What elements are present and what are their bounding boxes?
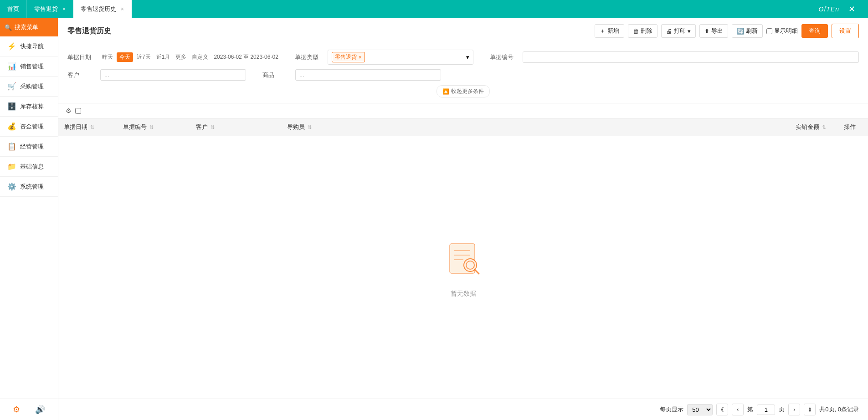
- shortcut-custom[interactable]: 自定义: [190, 52, 210, 62]
- col-header-order-no[interactable]: 单据编号 ⇅: [118, 118, 190, 136]
- sidebar-item-quick-nav-label: 快捷导航: [20, 42, 44, 51]
- col-amount-sort-icon: ⇅: [822, 124, 826, 130]
- bill-type-label: 单据类型: [295, 53, 320, 61]
- sidebar-item-basic-info-label: 基础信息: [20, 163, 44, 171]
- quick-nav-icon: ⚡: [7, 42, 16, 51]
- bill-no-input[interactable]: [523, 51, 859, 63]
- tab-retail-return[interactable]: 零售退货 ×: [27, 0, 73, 18]
- shortcut-7days[interactable]: 近7天: [135, 52, 153, 62]
- setting-button[interactable]: 设置: [832, 24, 859, 38]
- main-layout: 🔍 搜索菜单 ⚡ 快捷导航 📊 销售管理 🛒 采购管理 🗄️ 库存核算 💰 资金…: [0, 18, 868, 420]
- tab-bar: 首页 零售退货 × 零售退货历史 ×: [0, 0, 819, 18]
- table-header-row: 单据日期 ⇅ 单据编号 ⇅ 客户 ⇅ 导购员 ⇅: [58, 118, 868, 136]
- page-next-button[interactable]: ›: [788, 404, 800, 415]
- customer-label: 客户: [67, 71, 93, 79]
- print-button[interactable]: 🖨 打印 ▾: [661, 24, 696, 38]
- collapse-label: 收起更多条件: [451, 87, 484, 95]
- export-icon: ⬆: [704, 28, 709, 35]
- tab-retail-return-history-close[interactable]: ×: [121, 6, 124, 12]
- tab-retail-return-history[interactable]: 零售退货历史 ×: [73, 0, 132, 18]
- col-guide-label: 导购员: [287, 123, 305, 130]
- sidebar-item-system-mgmt-label: 系统管理: [20, 183, 44, 191]
- bill-type-tag-close[interactable]: ×: [359, 54, 362, 61]
- sidebar-item-sales-mgmt[interactable]: 📊 销售管理: [0, 56, 58, 77]
- settings-bottom-icon[interactable]: ⚙: [13, 405, 20, 415]
- goods-input[interactable]: ...: [295, 69, 441, 81]
- show-detail-checkbox[interactable]: 显示明细: [766, 27, 798, 35]
- sidebar-item-purchase-mgmt-label: 采购管理: [20, 82, 44, 91]
- shortcut-today[interactable]: 今天: [117, 52, 133, 62]
- window-close-button[interactable]: ✕: [843, 4, 861, 14]
- sidebar-search[interactable]: 🔍 搜索菜单: [0, 18, 58, 36]
- sidebar-item-basic-info[interactable]: 📁 基础信息: [0, 157, 58, 177]
- date-filter-label: 单据日期: [67, 53, 93, 61]
- sidebar-item-quick-nav[interactable]: ⚡ 快捷导航: [0, 36, 58, 56]
- page-first-button[interactable]: ⟪: [716, 404, 728, 415]
- collapse-up-icon: 🔼: [442, 88, 449, 95]
- tab-home[interactable]: 首页: [0, 0, 27, 18]
- bill-type-tag-value: 零售退货: [335, 53, 357, 61]
- tab-retail-return-history-label: 零售退货历史: [81, 5, 116, 13]
- sidebar-item-system-mgmt[interactable]: ⚙️ 系统管理: [0, 177, 58, 197]
- basic-info-icon: 📁: [7, 162, 16, 171]
- customer-input[interactable]: ...: [100, 69, 246, 81]
- page-size-select[interactable]: 50 20 100: [687, 404, 713, 415]
- col-amount-label: 实销金额: [796, 123, 819, 130]
- collapse-row: 🔼 收起更多条件: [67, 85, 859, 97]
- show-detail-label: 显示明细: [774, 27, 798, 35]
- header-actions: ＋ 新增 🗑 删除 🖨 打印 ▾ ⬆ 导出 🔄 刷: [595, 24, 859, 38]
- print-dropdown-icon: ▾: [688, 28, 691, 35]
- table-settings-icon[interactable]: ⚙: [66, 107, 72, 114]
- collapse-button[interactable]: 🔼 收起更多条件: [437, 85, 490, 97]
- col-header-spacer: [336, 118, 777, 136]
- col-header-amount[interactable]: 实销金额 ⇅: [777, 118, 832, 136]
- shortcut-yesterday[interactable]: 昨天: [100, 52, 115, 62]
- bill-type-select[interactable]: 零售退货 × ▾: [328, 50, 473, 65]
- sidebar: 🔍 搜索菜单 ⚡ 快捷导航 📊 销售管理 🛒 采购管理 🗄️ 库存核算 💰 资金…: [0, 18, 58, 420]
- page-prev-button[interactable]: ‹: [732, 404, 744, 415]
- page-size-label: 每页显示: [660, 405, 683, 414]
- brand-text: OfTEn: [819, 5, 839, 13]
- page-last-button[interactable]: ⟫: [804, 404, 816, 415]
- customer-placeholder: ...: [104, 72, 109, 78]
- delete-button[interactable]: 🗑 删除: [628, 24, 657, 38]
- show-detail-input[interactable]: [766, 28, 772, 34]
- sidebar-item-purchase-mgmt[interactable]: 🛒 采购管理: [0, 77, 58, 97]
- print-icon: 🖨: [666, 28, 672, 35]
- refresh-button[interactable]: 🔄 刷新: [732, 24, 763, 38]
- col-header-guide[interactable]: 导购员 ⇅: [282, 118, 336, 136]
- filter-area: 单据日期 昨天 今天 近7天 近1月 更多 自定义 2023-06-02 至 2…: [58, 44, 868, 103]
- delete-icon: 🗑: [633, 28, 639, 35]
- top-bar: 首页 零售退货 × 零售退货历史 × OfTEn ✕: [0, 0, 868, 18]
- print-label: 打印: [674, 27, 686, 35]
- col-customer-sort-icon: ⇅: [211, 124, 215, 130]
- sidebar-item-inventory[interactable]: 🗄️ 库存核算: [0, 97, 58, 117]
- query-button[interactable]: 查询: [801, 24, 828, 38]
- col-order-no-label: 单据编号: [123, 123, 147, 130]
- shortcut-1month[interactable]: 近1月: [154, 52, 172, 62]
- svg-line-6: [475, 270, 479, 274]
- tab-retail-return-close[interactable]: ×: [62, 6, 66, 12]
- col-header-customer[interactable]: 客户 ⇅: [190, 118, 282, 136]
- date-range-display: 2023-06-02 至 2023-06-02: [214, 53, 278, 61]
- col-customer-label: 客户: [196, 123, 208, 130]
- new-icon: ＋: [600, 27, 606, 35]
- sidebar-item-sales-mgmt-label: 销售管理: [20, 62, 44, 71]
- refresh-label: 刷新: [746, 27, 758, 35]
- sound-bottom-icon[interactable]: 🔊: [35, 405, 45, 415]
- data-table: 单据日期 ⇅ 单据编号 ⇅ 客户 ⇅ 导购员 ⇅: [58, 118, 868, 136]
- new-button[interactable]: ＋ 新增: [595, 24, 624, 38]
- table-toolbar: ⚙: [58, 103, 868, 118]
- page-number-input[interactable]: [757, 405, 775, 415]
- select-all-checkbox[interactable]: [75, 108, 81, 114]
- col-date-sort-icon: ⇅: [90, 124, 94, 130]
- shortcut-more[interactable]: 更多: [174, 52, 188, 62]
- sidebar-item-operations[interactable]: 📋 经营管理: [0, 137, 58, 157]
- bill-type-tags: 零售退货 ×: [332, 52, 365, 62]
- col-header-date[interactable]: 单据日期 ⇅: [58, 118, 118, 136]
- filter-row-2: 客户 ... 商品 ...: [67, 69, 859, 81]
- export-button[interactable]: ⬆ 导出: [699, 24, 728, 38]
- sidebar-item-finance[interactable]: 💰 资金管理: [0, 117, 58, 137]
- filter-row-1: 单据日期 昨天 今天 近7天 近1月 更多 自定义 2023-06-02 至 2…: [67, 50, 859, 65]
- col-date-label: 单据日期: [64, 123, 87, 130]
